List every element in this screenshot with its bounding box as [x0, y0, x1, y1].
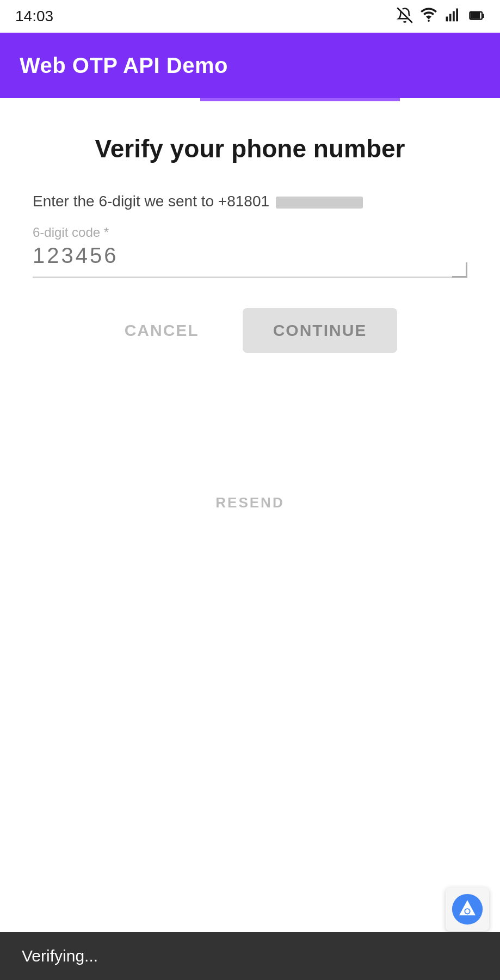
resend-button[interactable]: RESEND: [215, 494, 284, 511]
svg-rect-5: [456, 9, 458, 22]
recaptcha-icon: [451, 893, 484, 926]
status-bar: 14:03: [0, 0, 500, 33]
svg-rect-2: [446, 17, 448, 22]
verifying-toast: Verifying...: [0, 932, 500, 980]
svg-rect-3: [449, 14, 452, 22]
verifying-text: Verifying...: [22, 947, 98, 965]
battery-icon: [468, 7, 485, 26]
app-bar-title: Web OTP API Demo: [20, 53, 228, 78]
resend-section: RESEND: [215, 494, 284, 511]
input-underline-end: [452, 262, 467, 278]
status-time: 14:03: [15, 8, 53, 25]
description: Enter the 6-digit we sent to +81801: [33, 190, 467, 213]
recaptcha-badge: [446, 887, 489, 931]
otp-input-container[interactable]: 6-digit code *: [33, 235, 467, 278]
app-bar: Web OTP API Demo: [0, 33, 500, 98]
wifi-icon: [421, 7, 437, 26]
page-title: Verify your phone number: [95, 134, 405, 164]
svg-rect-4: [453, 11, 455, 22]
main-content: Verify your phone number Enter the 6-dig…: [0, 101, 500, 511]
button-row: CANCEL CONTINUE: [33, 308, 467, 353]
description-text: Enter the 6-digit we sent to +81801: [33, 193, 269, 210]
notification-bell-off-icon: [397, 7, 413, 26]
otp-input[interactable]: [33, 235, 467, 278]
phone-redacted: [276, 197, 363, 209]
svg-rect-7: [471, 13, 480, 19]
cancel-button[interactable]: CANCEL: [103, 308, 221, 353]
otp-input-label: 6-digit code *: [33, 225, 109, 240]
status-icons: [397, 7, 485, 26]
svg-point-10: [465, 909, 470, 914]
svg-line-0: [397, 8, 412, 23]
svg-point-1: [428, 20, 430, 22]
signal-icon: [445, 7, 461, 26]
continue-button[interactable]: CONTINUE: [243, 308, 398, 353]
